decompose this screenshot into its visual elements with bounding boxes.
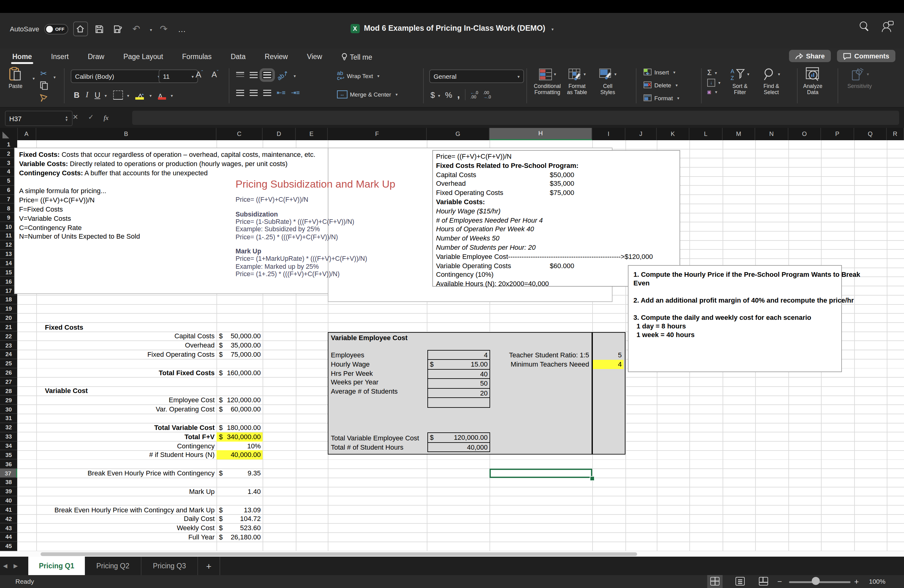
selected-cell-H37[interactable]	[490, 469, 592, 478]
column-header-F[interactable]: F	[328, 128, 427, 140]
page-break-view-icon[interactable]	[759, 577, 768, 586]
row-header-44[interactable]: 44	[0, 533, 17, 542]
currency-format-icon[interactable]: $	[430, 90, 435, 100]
sheet-cell[interactable]: Capital Costs	[36, 332, 215, 341]
row-header-24[interactable]: 24	[0, 350, 17, 359]
column-header-J[interactable]: J	[626, 128, 657, 140]
column-header-C[interactable]: C	[217, 128, 262, 140]
sheet-cell[interactable]: $75,000.00	[217, 350, 262, 359]
ribbon-tab-page-layout[interactable]: Page Layout	[122, 51, 164, 63]
increase-decimal-icon[interactable]: ←.0.00	[471, 90, 479, 99]
select-all-corner[interactable]	[0, 128, 18, 140]
sheet-cell[interactable]: 5	[592, 350, 624, 359]
column-header-Q[interactable]: Q	[854, 128, 887, 140]
format-painter-icon[interactable]	[38, 93, 49, 103]
row-header-26[interactable]: 26	[0, 368, 17, 378]
wrap-text-button[interactable]: abc↩ Wrap Text	[337, 71, 379, 81]
sheet-cell[interactable]: $15.00	[428, 360, 490, 369]
name-box-stepper[interactable]: ▲▼	[65, 115, 68, 122]
sheet-cell[interactable]: $50,000.00	[217, 332, 262, 341]
sheet-cell[interactable]: 40,000.00	[217, 450, 262, 460]
increase-font-icon[interactable]: Aˆ	[196, 70, 203, 79]
sheet-cell[interactable]: Variable Cost	[36, 387, 223, 396]
zoom-in-icon[interactable]: +	[854, 577, 859, 586]
sheet-cell[interactable]: $26,180.00	[217, 533, 262, 542]
row-header-41[interactable]: 41	[0, 505, 17, 514]
align-top-icon[interactable]	[236, 72, 244, 78]
ribbon-tab-view[interactable]: View	[306, 51, 323, 63]
sheet-cell[interactable]: $9.35	[217, 469, 262, 478]
sheet-cell[interactable]: Daily Cost	[36, 514, 215, 524]
cell-styles-button[interactable]: Cell Styles	[599, 67, 616, 95]
row-header-43[interactable]: 43	[0, 523, 17, 533]
number-format-select[interactable]: General	[429, 70, 524, 83]
row-header-22[interactable]: 22	[0, 332, 17, 341]
horizontal-scrollbar[interactable]	[41, 552, 637, 556]
row-header-20[interactable]: 20	[0, 313, 17, 322]
normal-view-icon[interactable]	[710, 577, 719, 586]
sheet-cell[interactable]: 4	[592, 359, 624, 369]
ribbon-tab-tell-me[interactable]: Tell me	[340, 50, 374, 63]
sheet-cell[interactable]: $120,000.00	[428, 433, 490, 443]
sheet-cell[interactable]: Hourly Wage	[331, 359, 370, 369]
sheet-tab-pricing-q2[interactable]: Pricing Q2	[85, 556, 141, 575]
row-header-32[interactable]: 32	[0, 423, 17, 432]
row-header-29[interactable]: 29	[0, 396, 17, 405]
underline-button[interactable]: U	[95, 90, 100, 100]
copy-chevron-icon[interactable]	[52, 71, 56, 82]
decrease-font-icon[interactable]: Aˇ	[212, 70, 219, 79]
align-right-icon[interactable]	[263, 90, 271, 96]
sheet-cell[interactable]: Total Variable Cost	[36, 423, 215, 432]
sheet-cell[interactable]: $180,000.00	[217, 423, 262, 432]
confirm-entry-icon[interactable]: ✓	[88, 113, 93, 121]
sheet-grid[interactable]: 1234567891011121314151617181920212223242…	[0, 140, 904, 551]
variable-employee-cost-table[interactable]: Variable Employee Cost Employees Hourly …	[328, 332, 626, 455]
paste-button[interactable]: Paste	[9, 67, 22, 89]
sheet-cell[interactable]: $160,000.00	[217, 368, 262, 378]
column-header-R[interactable]: R	[887, 128, 904, 140]
row-header-39[interactable]: 39	[0, 487, 17, 496]
sort-filter-button[interactable]: AZ Sort & Filter	[730, 67, 749, 95]
ribbon-tab-formulas[interactable]: Formulas	[181, 51, 213, 63]
sheet-cell[interactable]: Full Year	[36, 533, 215, 542]
fill-down-button[interactable]: ↓	[707, 79, 721, 87]
column-header-D[interactable]: D	[262, 128, 296, 140]
sheet-cell[interactable]: Fixed Costs	[36, 322, 223, 332]
align-left-icon[interactable]	[236, 90, 244, 96]
page-layout-view-icon[interactable]	[735, 577, 745, 586]
row-header-40[interactable]: 40	[0, 496, 17, 505]
sheet-cell[interactable]: $35,000.00	[217, 341, 262, 350]
row-header-25[interactable]: 25	[0, 359, 17, 368]
row-header-19[interactable]: 19	[0, 305, 17, 314]
sheet-cell[interactable]: 20	[428, 389, 490, 398]
bold-button[interactable]: B	[74, 90, 80, 100]
borders-icon[interactable]	[113, 90, 123, 100]
row-header-37[interactable]: 37	[0, 469, 17, 478]
sheet-cell[interactable]: Contingency	[36, 441, 215, 450]
ribbon-tab-draw[interactable]: Draw	[86, 51, 106, 63]
font-name-select[interactable]: Calibri (Body)	[71, 70, 164, 83]
sheet-cell[interactable]: # if Student Hours (N)	[36, 450, 215, 460]
search-icon[interactable]	[860, 22, 869, 32]
column-header-L[interactable]: L	[689, 128, 722, 140]
row-header-36[interactable]: 36	[0, 460, 17, 469]
sheet-cell[interactable]: Total # of Student Hours	[331, 443, 403, 452]
sheet-cell[interactable]: $104.72	[217, 514, 262, 524]
sheet-cell[interactable]: Weeks per Year	[331, 378, 379, 387]
column-header-P[interactable]: P	[821, 128, 854, 140]
font-color-chevron-icon[interactable]	[169, 89, 173, 100]
sheet-cell[interactable]: $60,000.00	[217, 405, 262, 414]
sheet-cell[interactable]: Total F+V	[36, 432, 215, 441]
cancel-entry-icon[interactable]: ✕	[73, 113, 78, 121]
zoom-slider-track[interactable]	[789, 581, 850, 583]
sheet-cell[interactable]: $340,000.00	[217, 432, 262, 441]
decrease-decimal-icon[interactable]: .00→.0	[483, 90, 491, 99]
sheet-cell[interactable]: Break Even Hourly Price with Contingency	[36, 469, 215, 478]
fill-handle[interactable]	[590, 476, 595, 481]
copy-icon[interactable]	[38, 81, 49, 90]
sheet-cell[interactable]: 1.40	[217, 487, 262, 496]
sheet-cell[interactable]: Hrs Per Week	[331, 369, 373, 378]
increase-indent-icon[interactable]: ⇥≡	[291, 89, 299, 96]
row-header-38[interactable]: 38	[0, 478, 17, 487]
column-header-O[interactable]: O	[789, 128, 821, 140]
